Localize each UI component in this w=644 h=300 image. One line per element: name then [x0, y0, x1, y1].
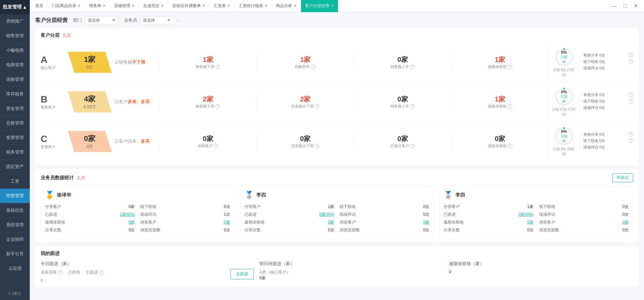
staff-right-val-2-2[interactable]: 0家	[622, 220, 629, 225]
tab-客户分层经营[interactable]: 客户分层经营✕	[301, 0, 338, 12]
stat-info-icon-B-3[interactable]: ?	[508, 104, 512, 109]
stat-info-icon-A-3[interactable]: ?	[508, 65, 512, 69]
tab-close-应收应付调整单[interactable]: ✕	[202, 4, 205, 8]
staff-left-val-0-1[interactable]: 1家(0%)	[120, 212, 135, 217]
sidebar-item-营销推广[interactable]: 营销推广	[0, 14, 30, 29]
sidebar-item-税务管理[interactable]: 税务管理	[0, 145, 30, 160]
tab-工资表[interactable]: 工资表✕	[210, 0, 235, 12]
staff-right-val-0-3: 0次	[224, 227, 230, 233]
stat-info-icon-B-2[interactable]: ?	[410, 104, 415, 109]
dept-select[interactable]: 请选择	[85, 16, 119, 24]
tab-close-门店商品目录[interactable]: ✕	[78, 4, 81, 8]
tier-slogan-C: 让客户回来、多买	[112, 138, 159, 144]
goto-followup-button[interactable]: 去跟进	[230, 269, 254, 279]
sidebar-item-企业协同[interactable]: 企业协同	[0, 232, 30, 247]
sidebar-item-资金管理[interactable]: 资金管理	[0, 101, 30, 116]
circle-text-A: 0% 已联络	[559, 50, 569, 64]
sidebar-item-电商管理[interactable]: 电商管理	[0, 58, 30, 72]
staff-right-val-0-2[interactable]: 0家	[224, 220, 230, 225]
staff-right-val-1-2[interactable]: 0家	[423, 220, 430, 225]
tab-商品分析[interactable]: 商品分析✕	[272, 0, 301, 12]
tier-name-A: 核心客户	[41, 65, 68, 70]
tab-close-icon[interactable]: ✕	[631, 2, 640, 10]
sidebar-item-小畅电商[interactable]: 小畅电商	[0, 43, 30, 58]
staff-left-val-2-2[interactable]: 0家	[527, 220, 534, 225]
right-stat-icon-B-1[interactable]: ?	[628, 99, 633, 103]
stat-info-icon-A-0[interactable]: ?	[215, 65, 220, 69]
sidebar-item-云应用[interactable]: 云应用	[0, 261, 30, 276]
tab-销售单[interactable]: 销售单✕	[85, 0, 110, 12]
tab-close-客户分层经营[interactable]: ✕	[331, 4, 334, 8]
sidebar-item-发票管理[interactable]: 发票管理	[0, 131, 30, 145]
right-stat-A-2: 现场拜访 0次	[583, 66, 633, 71]
tomorrow-val: 0家	[259, 275, 444, 281]
staff-left-label-0-0: 分管客户	[45, 204, 61, 210]
staff-right-stat-1-1: 现场拜访0次	[340, 211, 429, 218]
staff-left-col-2: 分管客户1家已跟进0家(0%)逾期未联络0家分享次数0次	[444, 203, 533, 234]
tab-店铺管理[interactable]: 店铺管理✕	[110, 0, 139, 12]
staff-right-label-1-3: 浏览页面数	[340, 227, 360, 233]
sidebar-item-系统管理[interactable]: 系统管理	[0, 218, 30, 232]
tomorrow-followup-label: 明日待跟进（家）	[259, 261, 444, 267]
stat-info-icon-A-1[interactable]: ?	[311, 65, 316, 69]
sidebar-item-经营管理[interactable]: 经营管理	[0, 189, 30, 203]
info-icon1[interactable]: ?	[58, 270, 63, 275]
sidebar-item-采购管理[interactable]: 采购管理	[0, 72, 30, 87]
tab-close-生成凭证[interactable]: ✕	[161, 4, 164, 8]
staff-left-val-2-1[interactable]: 0家(0%)	[519, 212, 534, 217]
tab-close-工资表[interactable]: ✕	[227, 4, 230, 8]
more-icon[interactable]: ···	[176, 18, 180, 23]
staff-left-val-0-2[interactable]: 0家	[129, 220, 135, 225]
tab-close-店铺管理[interactable]: ✕	[132, 4, 135, 8]
tab-应收应付调整单[interactable]: 应收应付调整单✕	[168, 0, 210, 12]
sidebar-item-基础信息[interactable]: 基础信息	[0, 203, 30, 218]
staff-name-1: 李四	[256, 192, 266, 198]
sidebar-collapse-icon[interactable]: ▲	[22, 4, 27, 10]
tab-bar: 首页门店商品目录✕销售单✕店铺管理✕生成凭证✕应收应付调整单✕工资表✕工资统计报…	[30, 0, 644, 12]
tab-首页[interactable]: 首页	[31, 0, 48, 12]
overdue-val: 0	[449, 270, 633, 274]
tier-circle-B: 0% 已联络 计划 17次 (7天/次)	[549, 86, 579, 118]
staff-left-val-1-2[interactable]: 0家	[328, 220, 334, 225]
right-stat-icon-A-1[interactable]: ?	[628, 59, 633, 64]
stat-info-icon-C-3[interactable]: ?	[508, 144, 512, 148]
tab-restore-icon[interactable]: □	[621, 2, 629, 10]
tier-right-stats-A: 有效分享 0次?线下联络 0次?现场拜访 0次	[579, 53, 633, 72]
sidebar-header[interactable]: 批发管理 ▲	[0, 0, 30, 14]
sidebar-item-销售管理[interactable]: 销售管理	[0, 29, 30, 43]
tab-close-销售单[interactable]: ✕	[103, 4, 106, 8]
sidebar-item-库存核算[interactable]: 库存核算	[0, 87, 30, 101]
sidebar-item-工资[interactable]: 工资	[0, 174, 30, 189]
info-icon2[interactable]: ?	[99, 270, 104, 275]
stat-info-icon-B-1[interactable]: ?	[315, 104, 319, 109]
stat-info-icon-C-0[interactable]: ?	[214, 144, 218, 148]
stat-info-icon-B-0[interactable]: ?	[215, 104, 220, 109]
tab-门店商品目录[interactable]: 门店商品目录✕	[48, 0, 85, 12]
stat-info-icon-A-2[interactable]: ?	[410, 65, 415, 69]
tier-amount-C: 0万	[87, 144, 93, 149]
staff-right-stat-2-0: 线下联络0次	[539, 203, 629, 211]
sidebar-item-固定资产[interactable]: 固定资产	[0, 160, 30, 174]
right-stat-icon-A-0[interactable]: ?	[628, 53, 633, 57]
stat-info-icon-C-2[interactable]: ?	[410, 144, 415, 148]
staff-right-col-2: 线下联络0次现场拜访0次浏览客户0家浏览页面数0次	[539, 203, 629, 234]
list-view-button[interactable]: 列表式	[612, 173, 633, 182]
right-stat-icon-C-1[interactable]: ?	[628, 138, 633, 143]
right-stat-icon-C-0[interactable]: ?	[628, 132, 633, 137]
sidebar-item-新手引导[interactable]: 新手引导	[0, 247, 30, 261]
right-stat-icon-B-0[interactable]: ?	[628, 92, 633, 97]
sidebar-item-总账管理[interactable]: 总账管理	[0, 116, 30, 131]
stat-info-icon-C-1[interactable]: ?	[315, 144, 319, 148]
staff-select[interactable]: 请选择	[140, 16, 174, 24]
staff-right-stat-0-0: 线下联络0次	[140, 203, 230, 211]
tab-生成凭证[interactable]: 生成凭证✕	[139, 0, 168, 12]
tab-工资统计报表[interactable]: 工资统计报表✕	[235, 0, 272, 12]
customer-section-header: 客户分层 九月	[41, 32, 633, 39]
tab-minimize-icon[interactable]: —	[609, 2, 619, 10]
staff-right-val-1-3: 0次	[423, 227, 430, 233]
tab-close-商品分析[interactable]: ✕	[294, 4, 297, 8]
stat-label-B-2: 销售额上升 ?	[357, 104, 449, 109]
tier-stat-B-1: 2家交易频次下滑 ?	[257, 93, 354, 110]
staff-left-val-1-1[interactable]: 0家(0%)	[319, 212, 334, 217]
tab-close-工资统计报表[interactable]: ✕	[264, 4, 267, 8]
